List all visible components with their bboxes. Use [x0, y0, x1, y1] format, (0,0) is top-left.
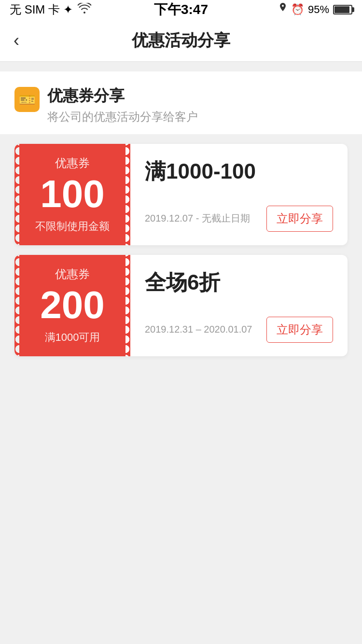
bottom-area [0, 366, 362, 607]
status-bar: 无 SIM 卡 ✦ 下午3:47 ⏰ 95% [0, 0, 362, 19]
share-button-1[interactable]: 立即分享 [266, 317, 333, 343]
back-button[interactable]: ‹ [14, 30, 19, 51]
section-title: 优惠券分享 [47, 86, 198, 106]
coupon-label-0: 优惠券 [55, 155, 90, 171]
coupon-date-0: 2019.12.07 - 无截止日期 [145, 212, 250, 225]
coupon-list: 优惠券 100 不限制使用金额 满1000-100 2019.12.07 - 无… [0, 134, 362, 366]
coupon-label-1: 优惠券 [55, 266, 90, 282]
section-icon: 🎫 [14, 87, 40, 112]
coupon-meta-1: 2019.12.31 – 2020.01.07 立即分享 [145, 317, 333, 343]
coupon-left-1: 优惠券 200 满1000可用 [14, 255, 130, 356]
coupon-right-0: 满1000-100 2019.12.07 - 无截止日期 立即分享 [130, 144, 348, 245]
coupon-meta-0: 2019.12.07 - 无截止日期 立即分享 [145, 206, 333, 232]
coupon-condition-1: 满1000可用 [45, 330, 100, 345]
coupon-amount-1: 200 [40, 286, 104, 324]
alarm-icon: ⏰ [291, 3, 304, 16]
sim-indicator: 无 SIM 卡 ✦ [10, 2, 73, 17]
share-button-0[interactable]: 立即分享 [266, 206, 333, 232]
coupon-card: 优惠券 200 满1000可用 全场6折 2019.12.31 – 2020.0… [14, 255, 348, 356]
coupon-title-1: 全场6折 [145, 268, 333, 297]
coupon-date-1: 2019.12.31 – 2020.01.07 [145, 324, 252, 335]
top-separator [0, 62, 362, 71]
coupon-right-1: 全场6折 2019.12.31 – 2020.01.07 立即分享 [130, 255, 348, 356]
battery-percent: 95% [308, 3, 329, 16]
section-header: 🎫 优惠券分享 将公司的优惠活动分享给客户 [0, 71, 362, 134]
page-title: 优惠活动分享 [132, 29, 230, 52]
nav-bar: ‹ 优惠活动分享 [0, 19, 362, 62]
coupon-card: 优惠券 100 不限制使用金额 满1000-100 2019.12.07 - 无… [14, 144, 348, 245]
section-subtitle: 将公司的优惠活动分享给客户 [47, 109, 198, 125]
coupon-left-0: 优惠券 100 不限制使用金额 [14, 144, 130, 245]
battery-icon [333, 5, 352, 14]
status-right: ⏰ 95% [278, 3, 352, 16]
coupon-amount-0: 100 [40, 175, 104, 213]
status-left: 无 SIM 卡 ✦ [10, 2, 91, 17]
section-text: 优惠券分享 将公司的优惠活动分享给客户 [47, 86, 198, 125]
status-time: 下午3:47 [154, 0, 208, 19]
coupon-title-0: 满1000-100 [145, 157, 333, 186]
location-icon [278, 3, 287, 16]
coupon-condition-0: 不限制使用金额 [35, 219, 110, 234]
wifi-icon [78, 3, 91, 16]
